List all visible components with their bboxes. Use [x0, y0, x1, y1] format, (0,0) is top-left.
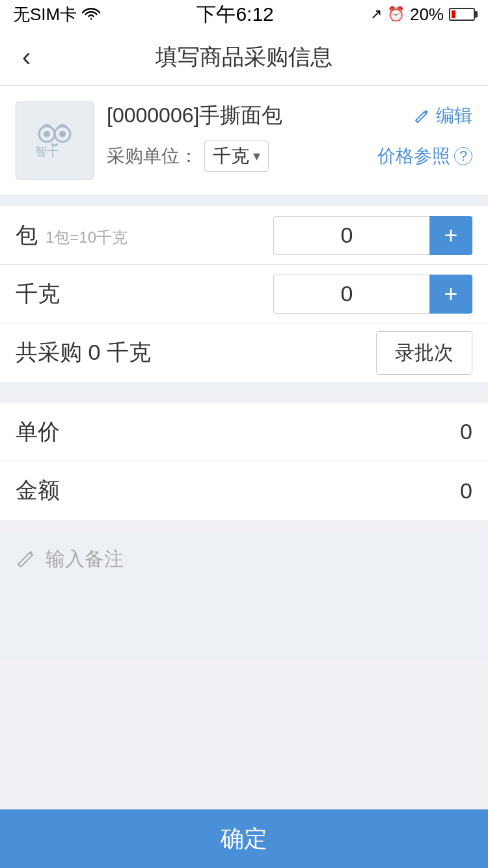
summary-row: 共采购 0 千克 录批次	[0, 323, 488, 382]
pack-input-row: 包 1包=10千克 +	[0, 206, 488, 265]
carrier-text: 无SIM卡	[13, 3, 77, 26]
kg-label: 千克	[16, 279, 60, 309]
location-icon: ↗	[370, 6, 382, 23]
note-section[interactable]: 输入备注	[0, 530, 488, 660]
help-icon: ?	[454, 147, 472, 165]
status-bar: 无SIM卡 下午6:12 ↗ ⏰ 20%	[0, 0, 488, 29]
unit-label: 采购单位：	[107, 144, 198, 169]
svg-point-3	[59, 131, 66, 137]
status-right: ↗ ⏰ 20%	[370, 5, 475, 25]
dropdown-arrow-icon: ▾	[253, 148, 260, 165]
product-card: 智十 [0000006]手撕面包 编辑 采购单位： 千克 ▾	[0, 86, 488, 196]
unit-price-value: 0	[460, 419, 472, 444]
kg-label-group: 千克	[16, 279, 60, 309]
price-ref-label: 价格参照	[377, 144, 450, 169]
status-left: 无SIM卡	[13, 3, 100, 26]
kg-quantity-input[interactable]	[273, 275, 429, 314]
unit-price-label: 单价	[16, 417, 60, 447]
amount-label: 金额	[16, 476, 60, 506]
product-image: 智十	[16, 102, 94, 180]
pack-label: 包	[16, 221, 38, 251]
edit-button[interactable]: 编辑	[414, 103, 472, 128]
wifi-icon	[82, 5, 100, 25]
unit-dropdown[interactable]: 千克 ▾	[204, 141, 269, 172]
note-placeholder-text: 输入备注	[46, 546, 124, 573]
pack-label-group: 包 1包=10千克	[16, 221, 128, 251]
product-logo: 智十	[29, 111, 81, 169]
alarm-icon: ⏰	[387, 6, 405, 23]
confirm-button[interactable]: 确定	[0, 809, 488, 868]
product-name-row: [0000006]手撕面包 编辑	[107, 102, 472, 130]
edit-label: 编辑	[436, 103, 472, 128]
section-separator-1	[0, 196, 488, 206]
unit-value: 千克	[213, 144, 249, 169]
svg-text:智十: 智十	[35, 145, 59, 158]
battery-percent: 20%	[410, 5, 444, 25]
product-name: [0000006]手撕面包	[107, 102, 282, 130]
record-batch-button[interactable]: 录批次	[376, 331, 472, 375]
unit-price-row: 单价 0	[0, 403, 488, 461]
product-id: [0000006]	[107, 103, 199, 127]
unit-row: 采购单位： 千克 ▾ 价格参照 ?	[107, 141, 472, 172]
kg-input-group: +	[273, 275, 472, 314]
pack-plus-button[interactable]: +	[429, 216, 472, 255]
pack-quantity-input[interactable]	[273, 216, 429, 255]
price-section: 单价 0 金额 0	[0, 403, 488, 520]
pack-sublabel: 1包=10千克	[46, 227, 128, 248]
product-title: 手撕面包	[199, 103, 282, 127]
section-separator-2	[0, 382, 488, 392]
summary-text: 共采购 0 千克	[16, 338, 151, 368]
back-button[interactable]: ‹	[16, 36, 37, 78]
price-reference-button[interactable]: 价格参照 ?	[377, 144, 472, 169]
unit-select-group: 采购单位： 千克 ▾	[107, 141, 269, 172]
confirm-button-label: 确定	[221, 823, 267, 855]
pack-input-group: +	[273, 216, 472, 255]
battery-icon	[449, 8, 475, 21]
kg-plus-button[interactable]: +	[429, 275, 472, 314]
kg-input-row: 千克 +	[0, 265, 488, 323]
nav-bar: ‹ 填写商品采购信息	[0, 29, 488, 86]
amount-row: 金额 0	[0, 461, 488, 520]
amount-value: 0	[460, 478, 472, 504]
product-info: [0000006]手撕面包 编辑 采购单位： 千克 ▾ 价格参照 ?	[107, 102, 472, 172]
quantity-section: 包 1包=10千克 + 千克 +	[0, 206, 488, 323]
status-time: 下午6:12	[197, 1, 273, 28]
svg-point-2	[44, 131, 50, 137]
pencil-icon	[16, 549, 35, 573]
page-title: 填写商品采购信息	[156, 42, 332, 72]
